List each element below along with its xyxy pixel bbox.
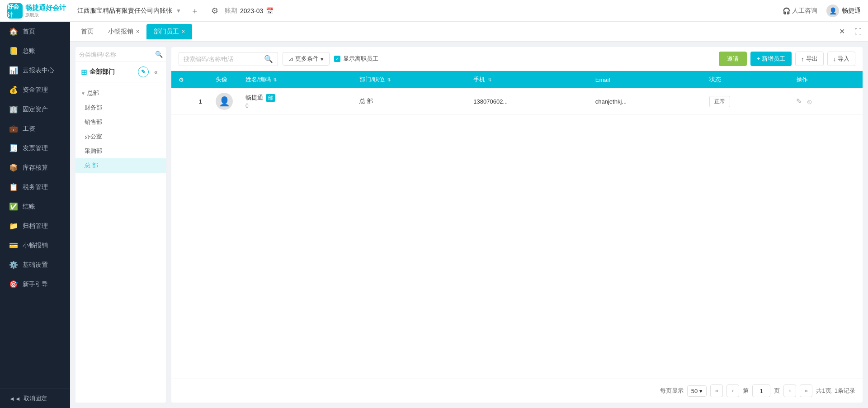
sidebar-label-basic: 基础设置 [23,261,48,269]
sidebar-item-basic[interactable]: ⚙️ 基础设置 [0,255,70,275]
company-selector[interactable]: 江西服宝精品有限责任公司内账张 ▼ [77,7,181,15]
dept-header: ⊞ 全部部门 ✎ « [75,62,166,82]
per-page-select[interactable]: 50 ▾ [687,385,707,397]
search-icon[interactable]: 🔍 [264,55,273,63]
employee-search-input[interactable] [184,56,261,62]
row-gear-cell [171,88,191,115]
chevron-down-icon: ▾ [699,388,703,394]
table-row: 1 👤 畅捷通 部 0 总 部 138070602... chanjethkj.… [171,88,863,115]
expand-tab-button[interactable]: ⛶ [852,25,864,38]
dept-tree: ▼ 总部 财务部 销售部 办公室 采购部 [75,82,166,403]
archive-icon: 📁 [9,222,18,230]
period-value: 2023-03 [240,7,263,14]
row-actions: ✎ ⎋ [790,88,863,115]
sidebar-item-assets[interactable]: 🏢 固定资产 [0,100,70,119]
sidebar-item-xiaochangbx[interactable]: 💳 小畅报销 [0,236,70,255]
sidebar-label-newbie: 新手引导 [23,280,48,289]
table-header-phone[interactable]: 手机 ⇅ [467,71,589,88]
logo-text: 畅捷通好会计 旗舰版 [25,4,66,18]
dept-item-office[interactable]: 办公室 [75,129,166,144]
row-index: 1 [191,88,209,115]
close-tab-button[interactable]: ✕ [835,25,848,38]
sidebar-item-reports[interactable]: 📊 云报表中心 [0,61,70,80]
dept-item-general[interactable]: ▼ 总部 [75,86,166,100]
sidebar-item-closing[interactable]: ✅ 结账 [0,197,70,216]
content-area: 首页 小畅报销 × 部门员工 × ✕ ⛶ 🔍 [70,22,868,408]
sidebar-item-archive[interactable]: 📁 归档管理 [0,216,70,236]
tab-dept-employee[interactable]: 部门员工 × [146,24,192,39]
sidebar-item-newbie[interactable]: 🎯 新手引导 [0,275,70,294]
chevron-down-icon: ▾ [321,56,324,62]
avatar: 👤 [826,5,839,17]
sidebar-item-invoices[interactable]: 🧾 发票管理 [0,138,70,158]
tab-dept-employee-label: 部门员工 [154,28,179,36]
dept-edit-button[interactable]: ✎ [138,66,149,77]
toolbar: 🔍 ⊿ 更多条件 ▾ ✓ 显示离职员工 邀请 + 新增员工 [171,47,863,71]
tab-dept-employee-close[interactable]: × [182,28,185,35]
dept-item-sales[interactable]: 销售部 [75,115,166,129]
add-button[interactable]: ＋ [189,5,201,17]
newbie-icon: 🎯 [9,280,18,289]
first-page-button[interactable]: « [710,384,723,397]
sidebar-item-tax[interactable]: 📋 税务管理 [0,177,70,197]
dept-panel: 🔍 ⊞ 全部部门 ✎ « ▼ 总部 财务部 [75,47,166,403]
per-page-value: 50 [691,388,698,394]
user-info[interactable]: 👤 畅捷通 [826,5,861,17]
filter-icon: ⊿ [288,56,293,62]
edit-icon[interactable]: ✎ [796,97,802,105]
dept-item-purchase[interactable]: 采购部 [75,144,166,158]
sidebar-label-reports: 云报表中心 [23,66,54,75]
reports-icon: 📊 [9,66,18,75]
logo-name: 畅捷通好会计 [25,4,66,12]
invite-button[interactable]: 邀请 [719,52,747,66]
support-button[interactable]: 🎧 人工咨询 [783,7,817,15]
show-resigned-toggle[interactable]: ✓ 显示离职员工 [334,55,378,63]
dept-search: 🔍 [75,47,166,62]
table-header-dept[interactable]: 部门/职位 ⇅ [353,71,467,88]
dept-item-finance[interactable]: 财务部 [75,100,166,115]
prev-page-button[interactable]: ‹ [726,384,739,397]
sidebar-item-home[interactable]: 🏠 首页 [0,22,70,41]
headset-icon: 🎧 [783,7,790,14]
collapse-button[interactable]: « [151,67,160,76]
tax-icon: 📋 [9,183,18,191]
sidebar-item-funds[interactable]: 💰 资金管理 [0,80,70,100]
dept-label-finance: 财务部 [85,104,102,112]
sidebar-item-inventory[interactable]: 📦 库存核算 [0,158,70,177]
tab-expense[interactable]: 小畅报销 × [101,24,146,39]
sidebar-label-xiaochangbx: 小畅报销 [23,242,48,250]
table-header-gear[interactable]: ⚙ [171,71,191,88]
home-icon: 🏠 [9,27,18,36]
dept-label-general: 总部 [87,89,99,97]
tab-home[interactable]: 首页 [74,24,101,39]
cancel-pin-button[interactable]: ◄◄ 取消固定 [0,389,70,408]
sidebar-item-ledger[interactable]: 📒 总账 [0,41,70,61]
last-page-button[interactable]: » [800,384,812,397]
employee-table-wrapper: ⚙ 头像 姓名/编码 ⇅ 部门/职位 ⇅ 手机 ⇅ [171,71,863,379]
dept-search-input[interactable] [79,51,155,58]
table-header-name[interactable]: 姓名/编码 ⇅ [239,71,353,88]
total-records-label: 共1页, 1条记录 [816,387,855,395]
employee-name: 畅捷通 [245,94,263,102]
dept-label-sales: 销售部 [85,118,102,126]
topbar: 好会计 畅捷通好会计 旗舰版 江西服宝精品有限责任公司内账张 ▼ ＋ ⚙ 账期 … [0,0,868,22]
sidebar-item-payroll[interactable]: 💼 工资 [0,119,70,138]
pin-icon: ◄◄ [9,395,21,402]
filter-button[interactable]: ⊿ 更多条件 ▾ [283,52,330,66]
import-button[interactable]: ↓ 导入 [827,52,856,66]
settings-icon[interactable]: ⚙ [208,5,221,17]
table-header-index [191,71,209,88]
toolbar-right: 邀请 + 新增员工 ↑ 导出 ↓ 导入 [719,52,855,66]
next-page-button[interactable]: › [783,384,796,397]
page-prefix-label: 第 [743,387,749,395]
dept-item-general-active[interactable]: 总 部 [75,158,166,173]
add-employee-button[interactable]: + 新增员工 [750,52,792,66]
tab-expense-close[interactable]: × [136,28,139,35]
main-layout: 🏠 首页 📒 总账 📊 云报表中心 💰 资金管理 🏢 固定资产 💼 工资 🧾 发… [0,22,868,408]
logout-icon[interactable]: ⎋ [807,98,811,105]
period-selector[interactable]: 账期 2023-03 📅 [225,7,274,15]
page-input[interactable] [752,384,770,397]
user-name: 畅捷通 [842,7,861,15]
export-button[interactable]: ↑ 导出 [795,52,824,66]
search-icon[interactable]: 🔍 [155,51,163,58]
